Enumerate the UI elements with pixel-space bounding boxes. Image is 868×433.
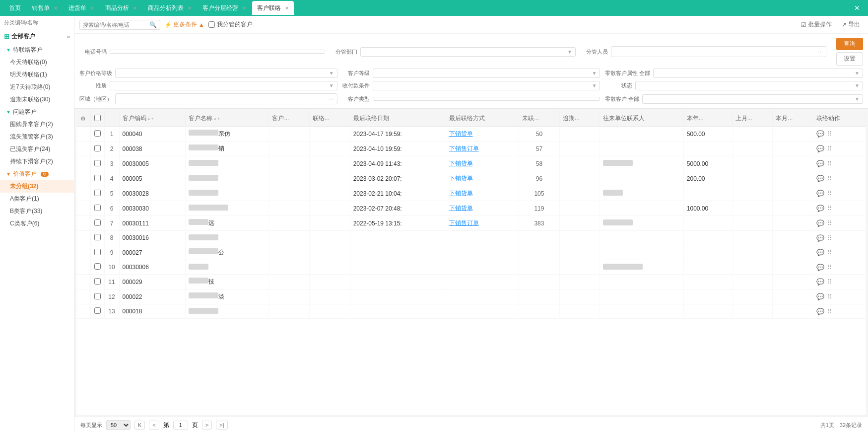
row-select-9[interactable] <box>94 263 101 270</box>
customer-level-dropdown[interactable]: ▼ <box>373 69 601 78</box>
sidebar-item-unclassified[interactable]: 未分组(32) <box>0 180 74 193</box>
row-message-icon-0[interactable]: 💬 <box>816 130 824 138</box>
row-method-link-3[interactable]: 下销货单 <box>449 175 473 182</box>
row-method-link-1[interactable]: 下销售订单 <box>449 145 479 152</box>
nature-dropdown[interactable]: ▼ <box>110 81 337 90</box>
row-select-3[interactable] <box>94 175 101 181</box>
page-number-input[interactable] <box>173 421 188 430</box>
sidebar-item-tomorrow[interactable]: 明天待联络(1) <box>0 69 74 81</box>
my-customers-checkbox-area[interactable]: 我分管的客户 <box>208 20 253 29</box>
row-menu-icon-10[interactable]: ⠿ <box>827 278 832 286</box>
row-menu-icon-0[interactable]: ⠿ <box>827 130 832 138</box>
row-menu-icon-1[interactable]: ⠿ <box>827 145 832 152</box>
th-name[interactable]: 客户名称▲▼ <box>185 111 268 127</box>
payment-dropdown[interactable]: ▼ <box>373 81 601 90</box>
th-code[interactable]: 客户编码▲▼ <box>119 111 185 127</box>
row-menu-icon-11[interactable]: ⠿ <box>827 293 832 300</box>
th-this-year[interactable]: 本年... <box>683 111 732 127</box>
close-tab-customer-tier[interactable]: ✕ <box>242 5 246 11</box>
close-tab-sales[interactable]: ✕ <box>54 5 58 11</box>
tab-analysis[interactable]: 商品分析 ✕ <box>100 1 142 15</box>
row-select-7[interactable] <box>94 234 101 240</box>
row-menu-icon-12[interactable]: ⠿ <box>827 308 832 315</box>
search-button[interactable]: 查询 <box>836 38 863 50</box>
next-page-btn[interactable]: > <box>202 421 212 430</box>
th-last-date[interactable]: 最后联络日期 <box>350 111 446 127</box>
row-checkbox-10[interactable] <box>90 275 104 289</box>
row-menu-icon-9[interactable]: ⠿ <box>827 264 832 271</box>
page-size-select[interactable]: 50 100 200 <box>106 420 131 430</box>
row-checkbox-4[interactable] <box>90 186 104 201</box>
row-message-icon-4[interactable]: 💬 <box>816 190 824 197</box>
row-message-icon-10[interactable]: 💬 <box>816 278 824 286</box>
more-conditions-btn[interactable]: ⚡ 更多条件 ▲ <box>164 20 204 29</box>
row-menu-icon-6[interactable]: ⠿ <box>827 219 832 227</box>
phone-input[interactable] <box>110 50 325 54</box>
tab-purchase[interactable]: 进货单 ✕ <box>64 1 99 15</box>
sidebar-item-overdue[interactable]: 逾期未联络(30) <box>0 93 74 106</box>
sidebar-item-class-a[interactable]: A类客户(1) <box>0 193 74 205</box>
filter-search-icon[interactable]: 🔍 <box>149 21 157 28</box>
row-checkbox-8[interactable] <box>90 245 104 260</box>
sidebar-group-problem[interactable]: ▼ 问题客户 <box>0 106 74 118</box>
close-tab-analysis-list[interactable]: ✕ <box>188 5 192 11</box>
region-dots[interactable]: ··· <box>329 95 334 102</box>
th-unit-contact[interactable]: 往来单位联系人 <box>600 111 683 127</box>
retail-attr-dropdown[interactable]: ▼ <box>653 69 863 78</box>
first-page-btn[interactable]: K <box>134 421 145 430</box>
sidebar-item-class-b[interactable]: B类客户(33) <box>0 205 74 217</box>
status-dropdown[interactable]: ▼ <box>635 81 863 90</box>
row-checkbox-11[interactable] <box>90 289 104 304</box>
row-select-8[interactable] <box>94 249 101 255</box>
row-message-icon-9[interactable]: 💬 <box>816 264 824 271</box>
sidebar-item-declining[interactable]: 持续下滑客户(2) <box>0 155 74 168</box>
row-message-icon-2[interactable]: 💬 <box>816 160 824 167</box>
row-menu-icon-5[interactable]: ⠿ <box>827 205 832 212</box>
row-select-5[interactable] <box>94 205 101 211</box>
row-message-icon-11[interactable]: 💬 <box>816 293 824 300</box>
th-checkbox[interactable] <box>90 111 104 127</box>
row-checkbox-6[interactable] <box>90 216 104 231</box>
row-checkbox-7[interactable] <box>90 231 104 245</box>
th-no-contact[interactable]: 未联... <box>519 111 560 127</box>
row-message-icon-5[interactable]: 💬 <box>816 205 824 212</box>
row-checkbox-5[interactable] <box>90 201 104 216</box>
row-select-6[interactable] <box>94 219 101 226</box>
row-menu-icon-4[interactable]: ⠿ <box>827 190 832 197</box>
row-select-10[interactable] <box>94 278 101 285</box>
th-last-method[interactable]: 最后联络方式 <box>446 111 519 127</box>
sidebar-item-class-c[interactable]: C类客户(6) <box>0 217 74 230</box>
row-menu-icon-2[interactable]: ⠿ <box>827 160 832 167</box>
row-checkbox-12[interactable] <box>90 304 104 319</box>
row-select-2[interactable] <box>94 160 101 166</box>
row-message-icon-1[interactable]: 💬 <box>816 145 824 152</box>
th-last-month[interactable]: 上月... <box>732 111 773 127</box>
export-btn[interactable]: ↗ 导出 <box>839 19 863 30</box>
prev-page-btn[interactable]: < <box>149 421 159 430</box>
row-message-icon-12[interactable]: 💬 <box>816 308 824 315</box>
row-message-icon-6[interactable]: 💬 <box>816 219 824 227</box>
row-checkbox-0[interactable] <box>90 127 104 142</box>
sidebar-item-abnormal[interactable]: 囤购异常客户(2) <box>0 118 74 131</box>
row-method-link-5[interactable]: 下销货单 <box>449 205 473 212</box>
sidebar-item-churned[interactable]: 已流失客户(24) <box>0 143 74 155</box>
batch-ops-btn[interactable]: ☑ 批量操作 <box>798 19 835 30</box>
close-tab-customer-contact[interactable]: ✕ <box>285 5 289 11</box>
th-type[interactable]: 客户... <box>269 111 310 127</box>
row-select-1[interactable] <box>94 145 101 151</box>
last-page-btn[interactable]: >| <box>216 421 227 430</box>
settings-icon[interactable]: ⚙ <box>80 115 86 122</box>
dept-dropdown[interactable]: ▼ <box>360 47 576 57</box>
row-checkbox-3[interactable] <box>90 171 104 186</box>
tab-analysis-list[interactable]: 商品分析列表 ✕ <box>143 1 197 15</box>
sidebar-item-today[interactable]: 今天待联络(0) <box>0 56 74 69</box>
sidebar-search-input[interactable] <box>4 19 72 25</box>
row-menu-icon-8[interactable]: ⠿ <box>827 249 832 256</box>
region-input[interactable]: ··· <box>115 93 337 104</box>
price-level-dropdown[interactable]: ▼ <box>115 69 337 78</box>
sidebar-item-churn-warning[interactable]: 流失预警客户(3) <box>0 131 74 143</box>
row-select-12[interactable] <box>94 307 101 314</box>
row-checkbox-2[interactable] <box>90 156 104 171</box>
row-menu-icon-3[interactable]: ⠿ <box>827 175 832 182</box>
tab-customer-contact[interactable]: 客户联络 ✕ <box>252 1 294 15</box>
